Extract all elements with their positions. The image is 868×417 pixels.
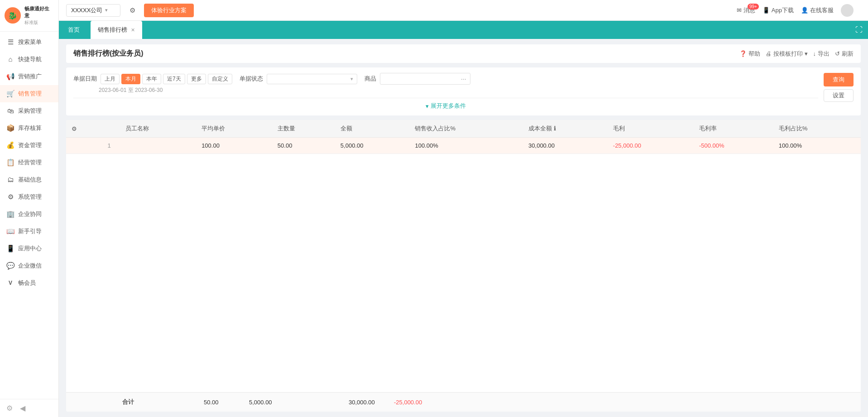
print-icon: 🖨	[766, 50, 772, 57]
expand-label: 展开更多条件	[431, 102, 466, 110]
td-profit-rate: -500.00%	[694, 138, 773, 154]
topbar-settings-button[interactable]: ⚙	[126, 4, 139, 17]
td-amount: 5,000.00	[335, 138, 410, 154]
filter-area: 单据日期 上月 本月 本年 近7天 更多 自定义	[66, 67, 861, 115]
collapse-icon[interactable]: ◀	[20, 404, 25, 412]
more-button[interactable]: 更多	[187, 74, 206, 84]
data-table: ⚙ 员工名称 平均单价 主数量	[66, 120, 861, 154]
expand-more-button[interactable]: ▾ 展开更多条件	[426, 102, 466, 110]
help-icon: ❓	[739, 50, 747, 57]
td-avg-price: 100.00	[196, 138, 272, 154]
filter-row-1: 单据日期 上月 本月 本年 近7天 更多 自定义	[73, 73, 818, 85]
refresh-button[interactable]: ↺ 刷新	[835, 50, 854, 58]
sidebar-item-marketing[interactable]: 📢 营销推广	[0, 68, 58, 85]
logo-icon: 🐉	[5, 7, 21, 24]
tab-right-actions: ⛶	[855, 26, 868, 34]
app-download-label: App下载	[772, 6, 794, 14]
guide-icon: 📖	[6, 227, 14, 235]
message-button[interactable]: ✉ 消息 99+	[737, 6, 755, 14]
corp-icon: 🏢	[6, 210, 14, 218]
refresh-icon: ↺	[835, 50, 840, 57]
filter-and-query: 单据日期 上月 本月 本年 近7天 更多 自定义	[73, 73, 854, 110]
sidebar-item-guide[interactable]: 📖 新手引导	[0, 223, 58, 240]
export-button[interactable]: ↓ 导出	[813, 50, 830, 58]
date-filter: 单据日期 上月 本月 本年 近7天 更多 自定义	[73, 74, 232, 84]
sidebar-item-inventory[interactable]: 📦 库存核算	[0, 120, 58, 137]
try-industry-button[interactable]: 体验行业方案	[144, 4, 194, 17]
filter-setting-button[interactable]: 设置	[824, 89, 854, 102]
logo-subtitle: 标准版	[24, 19, 54, 26]
column-settings-icon[interactable]: ⚙	[72, 125, 77, 132]
app-download-icon: 📱	[762, 7, 770, 14]
print-button[interactable]: 🖨 按模板打印 ▾	[766, 50, 808, 58]
purchase-icon: 🛍	[6, 107, 14, 115]
tab-home[interactable]: 首页	[59, 21, 89, 39]
th-avg-price: 平均单价	[196, 120, 272, 138]
sidebar-item-label: 搜索菜单	[18, 38, 42, 46]
sidebar-item-member[interactable]: V 畅会员	[0, 274, 58, 292]
sidebar: 🐉 畅康通好生意 标准版 ☰ 搜索菜单 ⌂ 快捷导航 📢 营销推广 🛒 销售管理…	[0, 0, 59, 417]
prev-month-button[interactable]: 上月	[101, 74, 120, 84]
sidebar-item-quick-nav[interactable]: ⌂ 快捷导航	[0, 51, 58, 68]
goods-more-icon[interactable]: ···	[461, 75, 466, 82]
help-button[interactable]: ❓ 帮助	[739, 50, 760, 58]
sidebar-item-operations[interactable]: 📋 经营管理	[0, 154, 58, 171]
help-label: 帮助	[748, 50, 760, 58]
td-cost: 30,000.00	[523, 138, 608, 154]
tab-label: 销售排行榜	[98, 26, 127, 34]
footer-cost: 30,000.00	[343, 397, 388, 407]
tab-close-icon[interactable]: ✕	[131, 27, 135, 33]
sidebar-item-finance[interactable]: 💰 资金管理	[0, 137, 58, 154]
table-row: 1 100.00 50.00	[66, 138, 861, 154]
table-body: 1 100.00 50.00	[66, 138, 861, 154]
sidebar-item-search[interactable]: ☰ 搜索菜单	[0, 34, 58, 51]
date-label: 单据日期	[73, 75, 97, 83]
sidebar-item-wechat[interactable]: 💬 企业微信	[0, 257, 58, 274]
sidebar-item-basic-info[interactable]: 🗂 基础信息	[0, 171, 58, 188]
app-download-button[interactable]: 📱 App下载	[762, 6, 794, 14]
status-select[interactable]: ▾	[267, 74, 357, 84]
custom-button[interactable]: 自定义	[208, 74, 232, 84]
td-name	[120, 138, 196, 154]
tab-sales-ranking[interactable]: 销售排行榜 ✕	[91, 21, 142, 39]
topbar-right: ✉ 消息 99+ 📱 App下载 👤 在线客服	[737, 4, 861, 17]
footer-label	[72, 400, 117, 404]
goods-input[interactable]: ···	[380, 73, 470, 85]
sidebar-item-label: 新手引导	[18, 227, 42, 235]
query-button[interactable]: 查询	[824, 73, 854, 86]
company-name: XXXXX公司	[71, 6, 102, 14]
online-service-label: 在线客服	[810, 6, 834, 14]
marketing-icon: 📢	[6, 72, 14, 81]
footer-total-label: 合计	[117, 396, 198, 408]
content-area: 销售排行榜(按业务员) ❓ 帮助 🖨 按模板打印 ▾ ↓ 导出	[59, 39, 868, 417]
sidebar-item-label: 资金管理	[18, 141, 42, 149]
last-7-days-button[interactable]: 近7天	[163, 74, 185, 84]
sidebar-item-system[interactable]: ⚙ 系统管理	[0, 188, 58, 206]
sidebar-item-label: 企业微信	[18, 262, 42, 270]
tab-maximize-button[interactable]: ⛶	[855, 26, 863, 34]
status-filter: 单据状态 ▾	[240, 74, 357, 84]
company-select[interactable]: XXXXX公司 ▾	[66, 4, 120, 17]
table-wrapper: ⚙ 员工名称 平均单价 主数量	[66, 120, 861, 392]
filter-content: 单据日期 上月 本月 本年 近7天 更多 自定义	[73, 73, 818, 110]
sidebar-item-label: 经营管理	[18, 158, 42, 167]
home-icon: ⌂	[6, 55, 14, 63]
online-service-button[interactable]: 👤 在线客服	[801, 6, 834, 14]
sidebar-item-purchase[interactable]: 🛍 采购管理	[0, 102, 58, 120]
td-settings	[66, 138, 102, 154]
user-avatar[interactable]	[841, 4, 854, 17]
sidebar-item-corp-collab[interactable]: 🏢 企业协同	[0, 206, 58, 223]
home-tab-label: 首页	[68, 26, 80, 34]
th-quantity: 主数量	[272, 120, 335, 138]
page-title: 销售排行榜(按业务员)	[73, 49, 144, 58]
th-amount: 全额	[335, 120, 410, 138]
th-name: 员工名称	[120, 120, 196, 138]
query-section: 查询 设置	[824, 73, 854, 102]
company-arrow: ▾	[105, 7, 108, 13]
sidebar-item-app-center[interactable]: 📱 应用中心	[0, 240, 58, 257]
sidebar-item-sales[interactable]: 🛒 销售管理	[0, 85, 58, 102]
sidebar-nav: ☰ 搜索菜单 ⌂ 快捷导航 📢 营销推广 🛒 销售管理 🛍 采购管理 📦 库存核…	[0, 32, 58, 399]
settings-icon[interactable]: ⚙	[6, 404, 13, 412]
this-year-button[interactable]: 本年	[142, 74, 161, 84]
this-month-button[interactable]: 本月	[121, 74, 140, 84]
